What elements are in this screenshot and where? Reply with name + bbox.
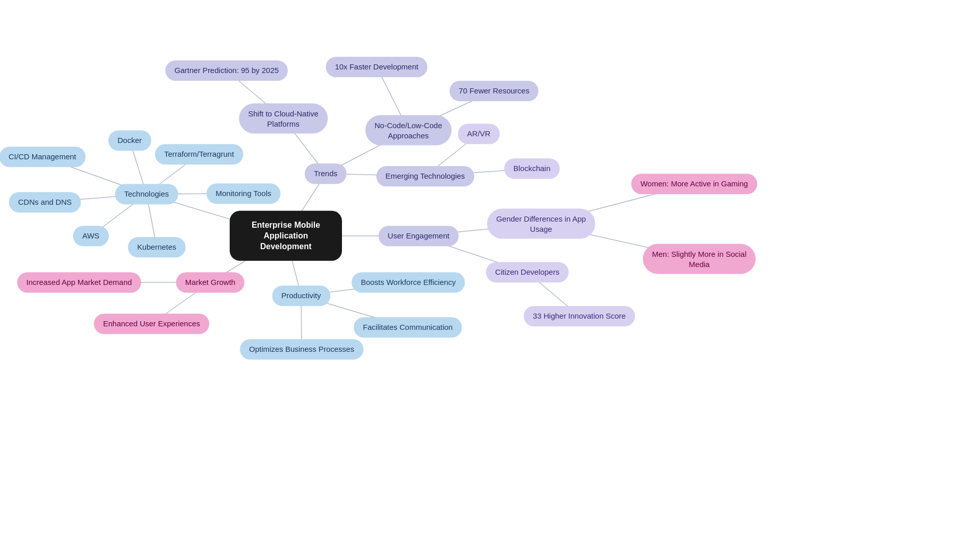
node-shift-cloud: Shift to Cloud-Native Platforms	[239, 104, 328, 134]
node-kubernetes: Kubernetes	[128, 237, 186, 257]
node-gender-diff: Gender Differences in App Usage	[487, 209, 595, 239]
node-men-social: Men: Slightly More in Social Media	[643, 244, 755, 274]
node-increased-demand: Increased App Market Demand	[17, 272, 141, 293]
node-enhanced-ux: Enhanced User Experiences	[94, 314, 209, 334]
node-33-innovation: 33 Higher Innovation Score	[524, 306, 635, 326]
node-trends: Trends	[305, 163, 347, 184]
node-emerging-tech: Emerging Technologies	[376, 166, 474, 186]
node-productivity: Productivity	[272, 285, 330, 306]
node-aws: AWS	[73, 226, 109, 246]
node-cdns: CDNs and DNS	[9, 192, 81, 212]
node-boosts-efficiency: Boosts Workforce Efficiency	[352, 272, 465, 293]
node-optimizes: Optimizes Business Processes	[240, 339, 363, 359]
node-70-fewer: 70 Fewer Resources	[450, 81, 538, 101]
node-ar-vr: AR/VR	[458, 124, 500, 144]
node-blockchain: Blockchain	[504, 158, 560, 179]
node-terraform: Terraform/Terragrunt	[155, 144, 243, 164]
center-node: Enterprise Mobile Application Developmen…	[230, 211, 342, 261]
node-facilitates-comm: Facilitates Communication	[354, 317, 462, 338]
node-technologies: Technologies	[115, 184, 178, 204]
node-women-gaming: Women: More Active in Gaming	[631, 174, 757, 194]
node-no-code: No-Code/Low-Code Approaches	[365, 115, 452, 146]
node-10x-faster: 10x Faster Development	[326, 57, 427, 77]
node-market-growth: Market Growth	[176, 272, 244, 293]
node-user-engagement: User Engagement	[379, 226, 459, 246]
node-gartner: Gartner Prediction: 95 by 2025	[165, 60, 288, 81]
node-cicd: CI/CD Management	[0, 147, 85, 167]
mind-map: Enterprise Mobile Application Developmen…	[0, 0, 980, 553]
node-docker: Docker	[108, 130, 151, 151]
node-citizen-dev: Citizen Developers	[486, 262, 569, 282]
node-monitoring: Monitoring Tools	[207, 183, 281, 204]
